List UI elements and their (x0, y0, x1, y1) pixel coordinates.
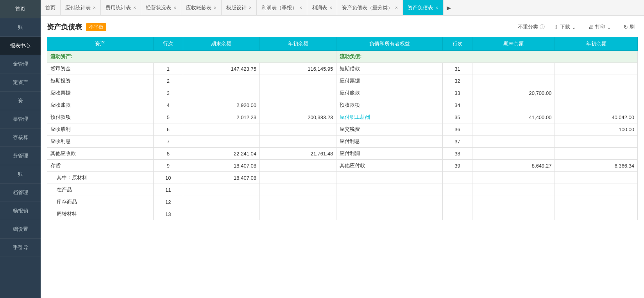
right-period-end (472, 75, 555, 87)
left-row-num: 12 (153, 196, 183, 208)
sidebar-item-ledger[interactable]: 账 (0, 165, 41, 184)
right-period-end (472, 63, 555, 75)
not-reclassify-toggle[interactable]: 不重分类 ⓘ (518, 23, 545, 30)
header-row-num: 行次 (153, 37, 183, 51)
sidebar-item-archive[interactable]: 档管理 (0, 184, 41, 202)
left-period-end: 18,407.08 (183, 160, 259, 172)
tab-home-label: 首页 (45, 4, 55, 11)
right-period-end (472, 136, 555, 148)
tab-nav-right[interactable]: ▶ (443, 0, 454, 16)
right-period-end (472, 208, 555, 220)
sidebar-item-inventory[interactable]: 存核算 (0, 128, 41, 147)
header-year-start: 年初余额 (259, 37, 336, 51)
right-period-end: 8,649.27 (472, 160, 555, 172)
tab-income-close[interactable]: × (329, 5, 332, 11)
refresh-icon: ↻ (624, 24, 628, 30)
sidebar-item-tax[interactable]: 务管理 (0, 147, 41, 165)
left-year-start (259, 196, 336, 208)
right-row-num (443, 196, 472, 208)
question-icon: ⓘ (540, 23, 545, 30)
right-row-num: 35 (443, 111, 472, 123)
left-period-end (183, 123, 259, 136)
tab-bs-label: 资产负债表 (408, 4, 433, 11)
tab-ap-stats[interactable]: 应付统计表 × (61, 0, 101, 16)
tab-expense-stats-close[interactable]: × (133, 5, 136, 11)
header-period-end: 期末余额 (183, 37, 259, 51)
right-row-num (443, 184, 472, 196)
left-row-num: 2 (153, 75, 183, 87)
sidebar-item-fixed-assets[interactable]: 定资产 (0, 73, 41, 92)
tab-template-design-close[interactable]: × (249, 5, 252, 11)
tab-income[interactable]: 利润表 × (307, 0, 337, 16)
left-period-end (183, 75, 259, 87)
tab-operations-close[interactable]: × (174, 5, 176, 11)
sidebar-item-ticket-management[interactable]: 票管理 (0, 110, 41, 128)
tab-ap-stats-close[interactable]: × (93, 5, 96, 11)
content-area: 资产负债表 不平衡 不重分类 ⓘ ⇩ 下载 ⌄ 🖶 打印 ⌄ (41, 16, 644, 298)
sidebar-item-investment[interactable]: 资 (0, 92, 41, 110)
download-icon: ⇩ (554, 24, 558, 30)
page-title-area: 资产负债表 不平衡 (47, 22, 106, 32)
tab-bs-reclassify[interactable]: 资产负债表（重分类） × (337, 0, 403, 16)
left-year-start (259, 99, 336, 111)
print-button[interactable]: 🖶 打印 ⌄ (585, 22, 614, 32)
left-period-end (183, 136, 259, 148)
left-row-num: 9 (153, 160, 183, 172)
left-item: 存货 (47, 160, 154, 172)
tab-operations-label: 经营状况表 (146, 4, 171, 11)
left-year-start (259, 184, 336, 196)
header-actions: 不重分类 ⓘ ⇩ 下载 ⌄ 🖶 打印 ⌄ ↻ 刷 (518, 22, 638, 32)
left-period-end: 2,012.23 (183, 111, 259, 123)
refresh-button[interactable]: ↻ 刷 (621, 22, 638, 32)
header-row-num2: 行次 (443, 37, 472, 51)
right-year-start (555, 99, 638, 111)
right-year-start (555, 148, 638, 160)
sidebar-item-report-center[interactable]: 报表中心 (0, 37, 41, 55)
right-row-num: 36 (443, 123, 472, 136)
sidebar-item-settings[interactable]: 础设置 (0, 220, 41, 239)
sidebar-item-sales[interactable]: 畅报销 (0, 202, 41, 220)
tab-home[interactable]: 首页 (41, 0, 61, 16)
tab-expense-stats[interactable]: 费用统计表 × (101, 0, 141, 16)
sidebar-item-home[interactable]: 首页 (0, 0, 41, 18)
right-item: 短期借款 (336, 63, 443, 75)
print-icon: 🖶 (589, 24, 594, 30)
right-item (336, 208, 443, 220)
sidebar: 首页 账 报表中心 金管理 定资产 资 票管理 存核算 务管理 账 档管理 畅报… (0, 0, 41, 298)
tab-template-design-label: 模版设计 (226, 4, 247, 11)
tab-bs-reclassify-close[interactable]: × (395, 5, 398, 11)
tab-bs-close[interactable]: × (435, 5, 438, 11)
tab-ar-aging-close[interactable]: × (214, 5, 216, 11)
page-title: 资产负债表 (47, 22, 82, 32)
left-period-end: 18,407.08 (183, 172, 259, 184)
left-period-end (183, 87, 259, 99)
tab-ar-aging[interactable]: 应收账龄表 × (181, 0, 222, 16)
tab-income-quarterly[interactable]: 利润表（季报） × (257, 0, 307, 16)
right-year-start (555, 172, 638, 184)
right-period-end (472, 123, 555, 136)
download-button[interactable]: ⇩ 下载 ⌄ (551, 22, 579, 32)
right-year-start: 40,042.00 (555, 111, 638, 123)
right-year-start (555, 184, 638, 196)
left-period-end: 147,423.75 (183, 63, 259, 75)
tab-ap-stats-label: 应付统计表 (65, 4, 91, 11)
right-period-end (472, 99, 555, 111)
right-item (336, 172, 443, 184)
header-assets: 资产 (47, 37, 154, 51)
right-row-num: 34 (443, 99, 472, 111)
sidebar-item-fund-management[interactable]: 金管理 (0, 55, 41, 73)
tab-bs-reclassify-label: 资产负债表（重分类） (342, 4, 393, 11)
right-row-num: 32 (443, 75, 472, 87)
tab-operations[interactable]: 经营状况表 × (141, 0, 181, 16)
left-row-num: 11 (153, 184, 183, 196)
tab-template-design[interactable]: 模版设计 × (222, 0, 257, 16)
tab-income-quarterly-close[interactable]: × (299, 5, 302, 11)
sidebar-item-accounts[interactable]: 账 (0, 18, 41, 37)
left-year-start (259, 172, 336, 184)
left-year-start (259, 123, 336, 136)
tab-bs[interactable]: 资产负债表 × (403, 0, 443, 16)
right-item[interactable]: 应付职工薪酬 (336, 111, 443, 123)
sidebar-item-guide[interactable]: 手引导 (0, 239, 41, 257)
header-year-start2: 年初余额 (555, 37, 638, 51)
right-item: 应交税费 (336, 123, 443, 136)
